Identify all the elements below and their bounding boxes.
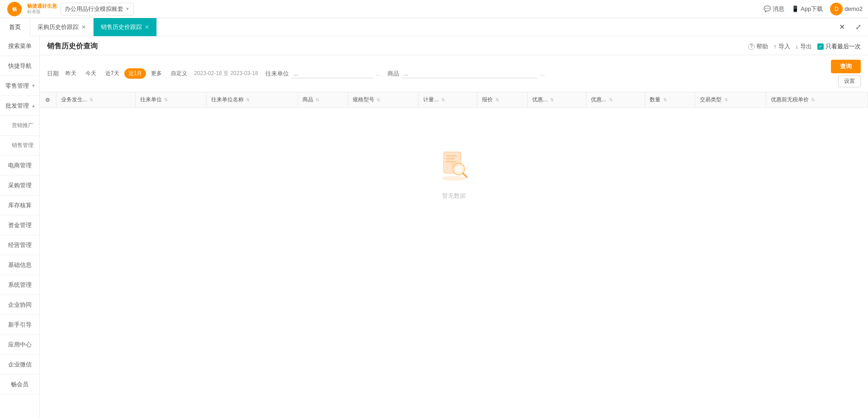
- sidebar-item-system[interactable]: 系统管理: [0, 275, 39, 295]
- table-header-row: ⚙ 业务发生... ⇅ 往来单位 ⇅ 往来单位名称 ⇅: [40, 92, 868, 108]
- col-unit-label: 计量...: [423, 96, 439, 103]
- logo-icon: 畅: [7, 2, 22, 16]
- topbar: 畅 畅捷通好生意 标准版 办公用品行业模拟账套 ▼ 💬 消息 📱 App下载 D…: [0, 0, 868, 18]
- col-pretax-price[interactable]: 优惠前无税单价 ⇅: [766, 92, 868, 108]
- main-layout: 搜索菜单 快捷导航 零售管理 ▼ 批发管理 ▲ 营销推广 销售管理 电商管理 采…: [0, 36, 868, 418]
- query-button[interactable]: 查询: [831, 60, 861, 73]
- date-btn-today[interactable]: 今天: [81, 68, 100, 79]
- tab-expand-button[interactable]: ⤢: [852, 21, 864, 33]
- col-price[interactable]: 报价 ⇅: [477, 92, 528, 108]
- tab-sales-close[interactable]: ✕: [145, 24, 149, 30]
- username: demo2: [844, 5, 863, 12]
- tab-home[interactable]: 首页: [0, 18, 30, 36]
- tabbar: 首页 采购历史价跟踪 ✕ 销售历史价跟踪 ✕ ✕ ⤢: [0, 18, 868, 36]
- date-btn-last1month[interactable]: 近1月: [124, 68, 146, 79]
- col-partner-code[interactable]: 往来单位 ⇅: [136, 92, 207, 108]
- col-discount1[interactable]: 优惠... ⇅: [528, 92, 586, 108]
- topbar-left: 畅 畅捷通好生意 标准版 办公用品行业模拟账套 ▼: [5, 2, 134, 16]
- partner-input[interactable]: [292, 69, 373, 78]
- app-label: App下载: [801, 5, 823, 13]
- sidebar-item-enterprise[interactable]: 企业协同: [0, 295, 39, 315]
- company-name: 办公用品行业模拟账套: [65, 5, 123, 13]
- col-settings[interactable]: ⚙: [40, 92, 56, 108]
- sidebar-item-finance[interactable]: 资金管理: [0, 215, 39, 235]
- date-btn-more[interactable]: 更多: [147, 68, 166, 79]
- sidebar-item-inventory[interactable]: 库存核算: [0, 195, 39, 215]
- settings-gear-icon[interactable]: ⚙: [45, 97, 50, 103]
- sidebar-item-sales-mgmt[interactable]: 销售管理: [0, 136, 39, 156]
- sidebar-operations-label: 经营管理: [8, 241, 32, 249]
- col-unit[interactable]: 计量... ⇅: [419, 92, 477, 108]
- sidebar-member-label: 畅会员: [11, 380, 28, 389]
- topbar-right: 💬 消息 📱 App下载 D demo2: [764, 3, 863, 15]
- message-icon: 💬: [764, 5, 771, 12]
- date-btn-last7days[interactable]: 近7天: [101, 68, 123, 79]
- sidebar-enterprise-label: 企业协同: [8, 301, 32, 309]
- tabbar-actions: ✕ ⤢: [835, 21, 868, 33]
- sort-arrows-unit: ⇅: [441, 97, 445, 102]
- col-trade-type[interactable]: 交易类型 ⇅: [695, 92, 766, 108]
- brand-title: 畅捷通好生意 标准版: [27, 3, 57, 14]
- sidebar-item-member[interactable]: 畅会员: [0, 375, 39, 394]
- sidebar-item-wholesale[interactable]: 批发管理 ▲: [0, 96, 39, 116]
- export-action[interactable]: ↓ 导出: [796, 43, 812, 51]
- message-action[interactable]: 💬 消息: [764, 5, 784, 13]
- tab-purchase-history[interactable]: 采购历史价跟踪 ✕: [30, 18, 94, 36]
- sidebar-wholesale-label: 批发管理: [5, 102, 29, 110]
- sort-arrows-product: ⇅: [316, 97, 319, 102]
- col-spec[interactable]: 规格型号 ⇅: [348, 92, 419, 108]
- sidebar-item-search-menu[interactable]: 搜索菜单: [0, 36, 39, 56]
- col-partner-name[interactable]: 往来单位名称 ⇅: [206, 92, 297, 108]
- partner-label: 往来单位: [265, 70, 289, 78]
- app-download-action[interactable]: 📱 App下载: [792, 5, 823, 13]
- sidebar-item-ecommerce[interactable]: 电商管理: [0, 156, 39, 176]
- sidebar-guide-label: 新手引导: [8, 321, 32, 329]
- help-icon: ?: [748, 43, 755, 50]
- date-btn-yesterday[interactable]: 昨天: [61, 68, 80, 79]
- col-price-label: 报价: [482, 96, 493, 103]
- help-action[interactable]: ? 帮助: [748, 43, 768, 51]
- tab-purchase-close[interactable]: ✕: [81, 24, 86, 30]
- sidebar-inventory-label: 库存核算: [8, 201, 32, 209]
- import-action[interactable]: ↑ 导入: [774, 43, 790, 51]
- only-last-checkbox[interactable]: [817, 43, 824, 50]
- avatar: D: [830, 3, 843, 15]
- product-input[interactable]: [402, 69, 538, 78]
- tab-close-all-button[interactable]: ✕: [835, 21, 848, 33]
- filter-bar: 日期 昨天 今天 近7天 近1月 更多 自定义 2023-02-18 至 202…: [40, 55, 868, 92]
- sidebar-item-marketing[interactable]: 营销推广: [0, 116, 39, 136]
- wholesale-arrow-icon: ▲: [31, 103, 36, 108]
- only-last-checkbox-area[interactable]: 只看最后一次: [817, 43, 861, 51]
- sidebar-item-quick-nav[interactable]: 快捷导航: [0, 56, 39, 76]
- sidebar-quick-nav-label: 快捷导航: [8, 62, 32, 70]
- import-label: 导入: [778, 43, 790, 51]
- svg-line-9: [463, 173, 467, 177]
- col-biz-date[interactable]: 业务发生... ⇅: [56, 92, 136, 108]
- date-label: 日期: [47, 70, 59, 78]
- sidebar-sales-mgmt-label: 销售管理: [12, 142, 33, 149]
- col-product[interactable]: 商品 ⇅: [297, 92, 348, 108]
- sidebar-item-purchase[interactable]: 采购管理: [0, 176, 39, 195]
- sidebar-item-app-center[interactable]: 应用中心: [0, 335, 39, 355]
- user-area[interactable]: D demo2: [830, 3, 863, 15]
- sort-arrows-biz-date: ⇅: [90, 97, 93, 102]
- sidebar-item-guide[interactable]: 新手引导: [0, 315, 39, 335]
- col-discount2[interactable]: 优惠... ⇅: [586, 92, 645, 108]
- col-quantity[interactable]: 数量 ⇅: [645, 92, 695, 108]
- sidebar-basic-info-label: 基础信息: [8, 261, 32, 269]
- help-label: 帮助: [756, 43, 768, 51]
- tab-sales-history[interactable]: 销售历史价跟踪 ✕: [94, 18, 157, 36]
- empty-illustration: [434, 144, 474, 185]
- date-range-display: 2023-02-18 至 2023-03-18: [194, 70, 258, 77]
- sidebar-retail-label: 零售管理: [5, 82, 29, 90]
- date-filter-group: 日期 昨天 今天 近7天 近1月 更多 自定义 2023-02-18 至 202…: [47, 68, 258, 79]
- sidebar-item-retail[interactable]: 零售管理 ▼: [0, 76, 39, 96]
- message-label: 消息: [773, 5, 784, 13]
- sidebar-item-operations[interactable]: 经营管理: [0, 235, 39, 255]
- settings-button[interactable]: 设置: [838, 75, 861, 87]
- sidebar-search-menu-label: 搜索菜单: [8, 42, 32, 50]
- company-selector[interactable]: 办公用品行业模拟账套 ▼: [61, 3, 134, 15]
- sidebar-item-wechat[interactable]: 企业微信: [0, 355, 39, 375]
- date-btn-custom[interactable]: 自定义: [167, 68, 191, 79]
- sidebar-item-basic-info[interactable]: 基础信息: [0, 255, 39, 275]
